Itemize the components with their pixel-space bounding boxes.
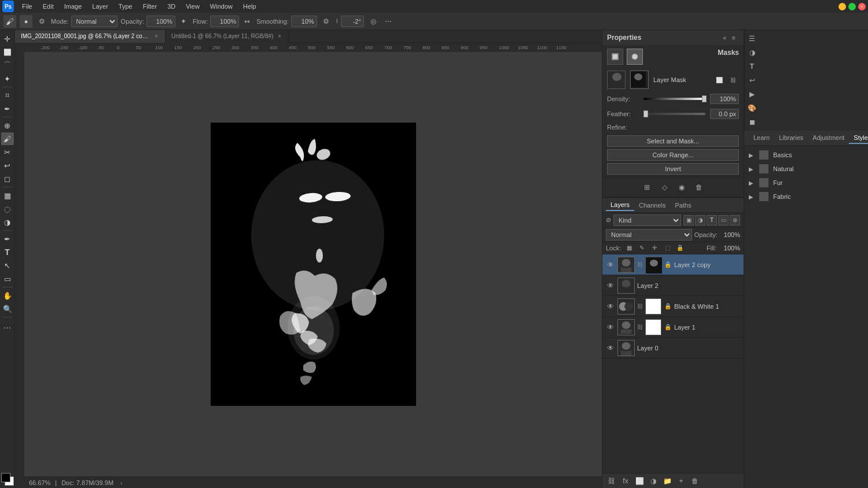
tool-crop[interactable]: ⌗ bbox=[1, 89, 14, 102]
extra-options-icon[interactable]: ⋯ bbox=[382, 16, 394, 27]
tab-untitled[interactable]: Untitled-1 @ 66.7% (Layer 11, RGB/8#) × bbox=[165, 30, 289, 43]
layer-visibility-layer2copy[interactable]: 👁 bbox=[606, 260, 615, 269]
menu-layer[interactable]: Layer bbox=[87, 2, 113, 11]
layer-visibility-layer1[interactable]: 👁 bbox=[606, 323, 615, 332]
styles-item-fabric[interactable]: ▶ Fabric bbox=[744, 190, 868, 204]
menu-type[interactable]: Type bbox=[114, 2, 137, 11]
layer-row-layer1[interactable]: 👁 ⛓ 🔒 Layer 1 bbox=[602, 317, 744, 338]
mask-link-icon[interactable]: ⛓ bbox=[727, 74, 739, 86]
panel-icon-color[interactable]: 🎨 bbox=[746, 102, 759, 114]
panel-icon-adjustments[interactable]: ◑ bbox=[746, 46, 759, 59]
color-range-button[interactable]: Color Range... bbox=[607, 149, 739, 161]
menu-window[interactable]: Window bbox=[205, 2, 237, 11]
brush-options-icon[interactable]: 🖌 bbox=[3, 15, 16, 28]
layer-row-layer2[interactable]: 👁 Layer 2 bbox=[602, 275, 744, 296]
tool-magic-wand[interactable]: ✦ bbox=[1, 72, 14, 85]
filter-adjustment-icon[interactable]: ◑ bbox=[695, 215, 705, 225]
panel-icon-type[interactable]: T bbox=[746, 60, 759, 73]
feather-slider[interactable] bbox=[643, 113, 705, 115]
tab-layers[interactable]: Layers bbox=[606, 199, 634, 211]
filter-shape-icon[interactable]: ▭ bbox=[718, 215, 729, 225]
tab-close-2[interactable]: × bbox=[277, 33, 282, 39]
menu-view[interactable]: View bbox=[181, 2, 204, 11]
tool-clone[interactable]: ✂ bbox=[1, 146, 14, 158]
tool-lasso[interactable]: ⌒ bbox=[1, 59, 14, 72]
foreground-color[interactable] bbox=[1, 473, 10, 482]
feather-slider-thumb[interactable] bbox=[643, 110, 648, 117]
styles-item-basics[interactable]: ▶ Basics bbox=[744, 148, 868, 162]
link-layers-icon[interactable]: ⛓ bbox=[606, 475, 617, 487]
filter-smart-icon[interactable]: ⊛ bbox=[730, 215, 740, 225]
lock-artboard-icon[interactable]: ⬚ bbox=[663, 243, 672, 253]
canvas-container[interactable] bbox=[24, 52, 602, 476]
airbrush-icon[interactable]: ✦ bbox=[178, 16, 189, 27]
add-mask-icon[interactable]: ⬜ bbox=[634, 475, 645, 487]
props-expand-btn[interactable]: « bbox=[723, 35, 726, 41]
blend-mode-select[interactable]: Normal bbox=[606, 229, 692, 241]
flow-icon[interactable]: ↭ bbox=[241, 16, 253, 27]
layer-row-layer0[interactable]: 👁 Layer 0 bbox=[602, 338, 744, 358]
filter-pixel-icon[interactable]: ▣ bbox=[683, 215, 694, 225]
tool-more[interactable]: … bbox=[1, 319, 14, 332]
menu-file[interactable]: File bbox=[17, 2, 37, 11]
smoothing-settings-icon[interactable]: ⚙ bbox=[321, 16, 332, 27]
layer-row-layer2copy[interactable]: 👁 ⛓ 🔒 bbox=[602, 254, 744, 275]
tab-close-1[interactable]: × bbox=[153, 33, 159, 39]
filter-type-icon[interactable]: T bbox=[707, 215, 717, 225]
styles-item-fur[interactable]: ▶ Fur bbox=[744, 176, 868, 190]
brush-preset-icon[interactable]: ● bbox=[20, 15, 32, 28]
mode-select[interactable]: Normal bbox=[71, 16, 117, 27]
flow-input[interactable] bbox=[210, 16, 239, 27]
color-preview[interactable] bbox=[1, 473, 14, 486]
tool-move[interactable]: ✛ bbox=[1, 32, 14, 45]
pixel-mask-btn[interactable] bbox=[607, 49, 623, 65]
menu-3d[interactable]: 3D bbox=[163, 2, 180, 11]
layer-effects-icon[interactable]: fx bbox=[620, 475, 631, 487]
tool-blur[interactable]: ◌ bbox=[1, 202, 14, 215]
tab-paths[interactable]: Paths bbox=[671, 200, 696, 210]
mask-from-transparency-icon[interactable]: ⊞ bbox=[641, 181, 653, 194]
delete-mask-icon[interactable]: 🗑 bbox=[693, 181, 705, 194]
tool-dodge[interactable]: ◑ bbox=[1, 216, 14, 228]
invert-button[interactable]: Invert bbox=[607, 163, 739, 175]
filter-select[interactable]: Kind bbox=[613, 215, 681, 226]
lock-position-icon[interactable]: ✛ bbox=[650, 243, 659, 253]
tab-layer2copy[interactable]: IMG_20201108_0001.jpg @ 66.7% (Layer 2 c… bbox=[15, 30, 165, 43]
styles-tab-styles[interactable]: Styles bbox=[849, 132, 868, 144]
styles-tab-learn[interactable]: Learn bbox=[749, 132, 774, 144]
props-menu-icon[interactable]: ≡ bbox=[729, 32, 739, 43]
panel-icon-history[interactable]: ↩ bbox=[746, 74, 759, 87]
panel-icon-layers[interactable]: ☰ bbox=[746, 32, 759, 45]
tool-text[interactable]: T bbox=[1, 246, 14, 258]
pressure-icon[interactable]: ◎ bbox=[367, 16, 379, 27]
lock-all-icon[interactable]: 🔒 bbox=[675, 243, 685, 253]
angle-input[interactable] bbox=[341, 16, 364, 27]
tool-shape[interactable]: ▭ bbox=[1, 272, 14, 285]
new-layer-icon[interactable]: + bbox=[675, 475, 687, 487]
mask-apply-icon[interactable]: ⬜ bbox=[713, 74, 725, 86]
smoothing-input[interactable] bbox=[291, 16, 317, 27]
add-adjustment-icon[interactable]: ◑ bbox=[648, 475, 659, 487]
status-expand-icon[interactable]: › bbox=[120, 479, 123, 486]
density-slider[interactable] bbox=[643, 98, 705, 100]
filter-icon[interactable]: ⊘ bbox=[606, 216, 611, 224]
tool-spot-heal[interactable]: ⊕ bbox=[1, 119, 14, 132]
lock-pixel-icon[interactable]: ✎ bbox=[637, 243, 646, 253]
menu-edit[interactable]: Edit bbox=[38, 2, 58, 11]
styles-tab-libraries[interactable]: Libraries bbox=[774, 132, 808, 144]
panel-icon-styles[interactable]: ◼ bbox=[746, 116, 759, 128]
layer-visibility-layer2[interactable]: 👁 bbox=[606, 281, 615, 290]
tool-marquee[interactable]: ⬜ bbox=[1, 46, 14, 58]
styles-item-natural[interactable]: ▶ Natural bbox=[744, 162, 868, 176]
brush-settings-icon[interactable]: ⚙ bbox=[36, 16, 47, 27]
menu-filter[interactable]: Filter bbox=[138, 2, 161, 11]
tool-zoom[interactable]: 🔍 bbox=[1, 302, 14, 315]
layer-visibility-bw1[interactable]: 👁 bbox=[606, 302, 615, 311]
minimize-button[interactable] bbox=[838, 3, 846, 10]
tool-pen[interactable]: ✒ bbox=[1, 232, 14, 245]
layer-row-bw1[interactable]: 👁 ⛓ 🔒 Black & White 1 bbox=[602, 296, 744, 317]
tool-brush[interactable]: 🖌 bbox=[1, 132, 14, 145]
density-slider-thumb[interactable] bbox=[702, 95, 707, 102]
maximize-button[interactable] bbox=[848, 3, 856, 10]
tab-channels[interactable]: Channels bbox=[634, 200, 670, 210]
